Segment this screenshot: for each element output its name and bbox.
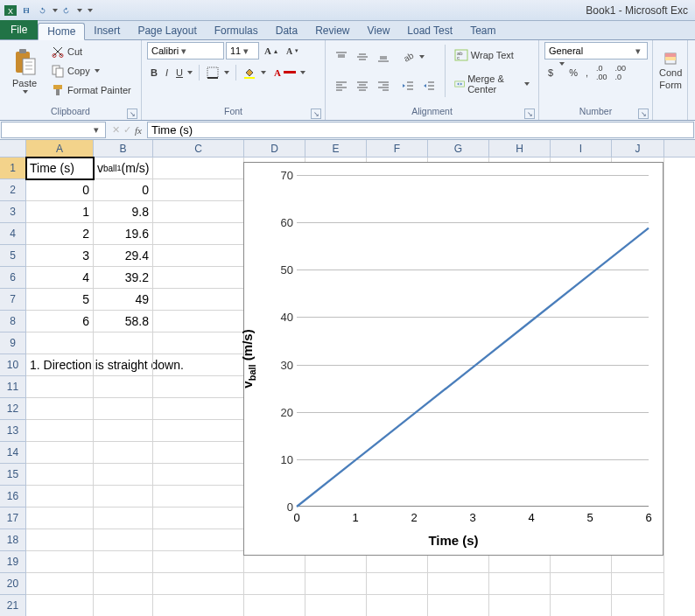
cell-C11[interactable] [153, 376, 244, 398]
tab-home[interactable]: Home [38, 23, 85, 40]
cell-A10[interactable]: 1. Direction is straight down. [26, 354, 94, 376]
embedded-chart[interactable]: vball (m/s) 0102030405060700123456 Time … [243, 162, 663, 556]
select-all-corner[interactable] [0, 140, 26, 157]
borders-button[interactable] [202, 64, 233, 81]
cell-C18[interactable] [153, 529, 244, 551]
column-header-C[interactable]: C [153, 140, 244, 157]
name-box[interactable]: ▾ [1, 122, 106, 138]
row-header-21[interactable]: 21 [0, 595, 26, 616]
column-header-F[interactable]: F [367, 140, 428, 157]
cell-A15[interactable] [26, 464, 94, 486]
cell-C9[interactable] [153, 332, 244, 354]
tab-team[interactable]: Team [461, 22, 504, 39]
cell-C20[interactable] [153, 573, 244, 595]
align-left-button[interactable] [331, 77, 352, 94]
decrease-decimal-button[interactable]: .00.0 [611, 62, 629, 83]
cell-B9[interactable] [94, 332, 153, 354]
cell-B3[interactable]: 9.8 [94, 201, 153, 223]
cell-B21[interactable] [94, 595, 153, 616]
shrink-font-button[interactable]: A▾ [283, 45, 302, 58]
paste-dropdown-icon[interactable] [23, 90, 28, 94]
cell-B10[interactable] [94, 354, 153, 376]
cell-A17[interactable] [26, 508, 94, 529]
align-middle-button[interactable] [352, 48, 373, 66]
align-top-button[interactable] [331, 48, 352, 66]
cell-C13[interactable] [153, 420, 244, 442]
cell-C19[interactable] [153, 551, 244, 573]
wrap-text-button[interactable]: abcWrap Text [451, 46, 533, 64]
cell-B5[interactable]: 29.4 [94, 245, 153, 267]
cell-A19[interactable] [26, 551, 94, 573]
fx-icon[interactable]: fx [135, 125, 142, 136]
cell-B20[interactable] [94, 573, 153, 595]
paste-button[interactable]: Paste [5, 42, 44, 100]
cell-H20[interactable] [489, 573, 551, 595]
row-header-13[interactable]: 13 [0, 420, 26, 442]
row-header-9[interactable]: 9 [0, 332, 26, 354]
row-header-2[interactable]: 2 [0, 179, 26, 201]
tab-review[interactable]: Review [306, 22, 358, 39]
font-name-selector[interactable]: Calibri▾ [147, 42, 224, 60]
cell-B11[interactable] [94, 376, 153, 398]
cell-G20[interactable] [428, 573, 489, 595]
cell-B7[interactable]: 49 [94, 289, 153, 311]
cell-A14[interactable] [26, 442, 94, 464]
cell-C21[interactable] [153, 595, 244, 616]
cell-C1[interactable] [153, 158, 244, 179]
increase-decimal-button[interactable]: .0.00 [593, 62, 611, 83]
cell-B1[interactable]: vball1 (m/s) [94, 158, 153, 179]
increase-indent-button[interactable] [418, 77, 439, 94]
copy-button[interactable]: Copy [47, 62, 135, 80]
tab-view[interactable]: View [359, 22, 399, 39]
cell-G21[interactable] [428, 595, 489, 616]
cell-C16[interactable] [153, 486, 244, 508]
cell-A11[interactable] [26, 376, 94, 398]
row-header-10[interactable]: 10 [0, 354, 26, 376]
fill-color-button[interactable] [239, 64, 270, 81]
cell-C4[interactable] [153, 223, 244, 245]
cell-D21[interactable] [244, 595, 305, 616]
align-center-button[interactable] [352, 77, 373, 94]
number-format-selector[interactable]: General▾ [544, 42, 648, 60]
tab-load-test[interactable]: Load Test [398, 22, 461, 39]
column-header-A[interactable]: A [26, 140, 94, 157]
tab-page-layout[interactable]: Page Layout [129, 22, 205, 39]
row-header-8[interactable]: 8 [0, 311, 26, 332]
cell-F21[interactable] [367, 595, 428, 616]
cell-C7[interactable] [153, 289, 244, 311]
cell-C8[interactable] [153, 311, 244, 332]
copy-dropdown-icon[interactable] [95, 69, 100, 73]
number-dialog-icon[interactable]: ↘ [638, 108, 649, 119]
cell-A7[interactable]: 5 [26, 289, 94, 311]
column-header-G[interactable]: G [428, 140, 489, 157]
row-header-7[interactable]: 7 [0, 289, 26, 311]
cell-B15[interactable] [94, 464, 153, 486]
row-header-15[interactable]: 15 [0, 464, 26, 486]
column-header-I[interactable]: I [551, 140, 612, 157]
cell-A20[interactable] [26, 573, 94, 595]
cell-A4[interactable]: 2 [26, 223, 94, 245]
format-painter-button[interactable]: Format Painter [47, 81, 135, 99]
font-dialog-icon[interactable]: ↘ [311, 108, 321, 119]
row-header-20[interactable]: 20 [0, 573, 26, 595]
cell-A2[interactable]: 0 [26, 179, 94, 201]
cell-A21[interactable] [26, 595, 94, 616]
cell-B19[interactable] [94, 551, 153, 573]
tab-data[interactable]: Data [267, 22, 306, 39]
cell-B6[interactable]: 39.2 [94, 267, 153, 289]
currency-dropdown-icon[interactable] [559, 62, 565, 66]
cell-C17[interactable] [153, 508, 244, 529]
row-header-4[interactable]: 4 [0, 223, 26, 245]
row-header-5[interactable]: 5 [0, 245, 26, 267]
column-header-E[interactable]: E [305, 140, 367, 157]
currency-button[interactable]: $ [544, 62, 557, 83]
cell-H21[interactable] [489, 595, 551, 616]
grow-font-button[interactable]: A▴ [261, 44, 281, 58]
cell-A5[interactable]: 3 [26, 245, 94, 267]
cell-C15[interactable] [153, 464, 244, 486]
undo-icon[interactable] [35, 4, 49, 18]
cell-A16[interactable] [26, 486, 94, 508]
cell-I20[interactable] [551, 573, 612, 595]
save-icon[interactable] [19, 4, 33, 18]
row-header-11[interactable]: 11 [0, 376, 26, 398]
